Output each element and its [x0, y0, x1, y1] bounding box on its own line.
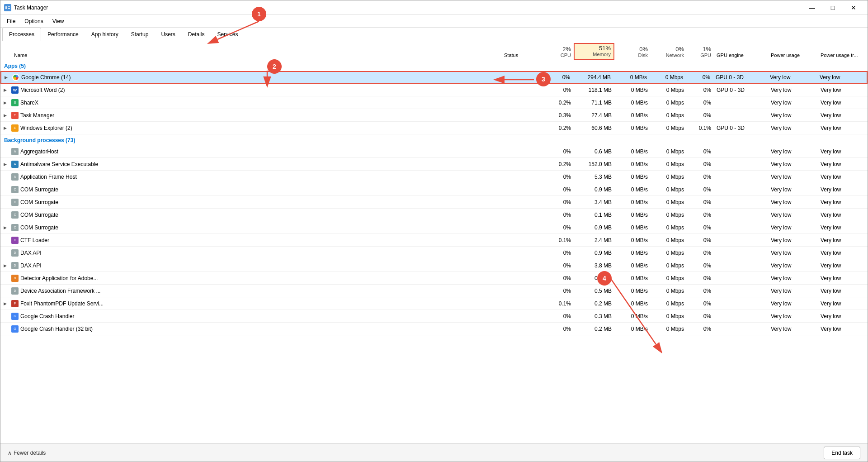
table-row[interactable]: A AggregatorHost 0% 0.6 MB 0 MB/s 0 Mbps…	[0, 145, 868, 158]
process-gpu: 0.1%	[687, 125, 714, 131]
process-gpu: 0%	[687, 326, 714, 332]
maximize-button[interactable]: □	[822, 0, 843, 15]
process-power: Very low	[768, 300, 818, 307]
table-row[interactable]: D Device Association Framework ... 0% 0.…	[0, 285, 868, 297]
process-power: Very low	[768, 100, 818, 106]
expand-icon[interactable]: ▶	[0, 96, 9, 109]
table-row[interactable]: A Application Frame Host 0% 5.3 MB 0 MB/…	[0, 171, 868, 183]
table-row[interactable]: C COM Surrogate 0% 0.1 MB 0 MB/s 0 Mbps …	[0, 209, 868, 221]
table-row[interactable]: ▶ W Microsoft Word (2) 0% 118.1 MB 0 MB/…	[0, 84, 868, 96]
process-name-cell: G Google Crash Handler	[9, 313, 501, 320]
table-row[interactable]: C CTF Loader 0.1% 2.4 MB 0 MB/s 0 Mbps 0…	[0, 234, 868, 247]
process-name: Google Crash Handler (32 bit)	[20, 326, 501, 332]
process-power-tr: Very low	[818, 313, 868, 319]
process-network: 0 Mbps	[651, 300, 687, 307]
generic-icon: A	[11, 148, 19, 155]
process-power-tr: Very low	[818, 288, 868, 294]
tab-details[interactable]: Details	[182, 28, 211, 41]
process-power: Very low	[768, 148, 818, 155]
process-power-tr: Very low	[818, 212, 868, 218]
process-power-tr: Very low	[818, 161, 868, 167]
expand-spacer	[0, 196, 9, 209]
table-row[interactable]: G Google Crash Handler (32 bit) 0% 0.2 M…	[0, 323, 868, 335]
col-header-power-tr[interactable]: Power usage tr...	[818, 52, 868, 60]
table-row[interactable]: ▶ E Windows Explorer (2) 0.2% 60.6 MB 0 …	[0, 122, 868, 134]
menu-file[interactable]: File	[2, 16, 20, 26]
expand-icon[interactable]: ▶	[0, 297, 9, 310]
table-row[interactable]: C COM Surrogate 0% 3.4 MB 0 MB/s 0 Mbps …	[0, 196, 868, 209]
table-row[interactable]: G Google Crash Handler 0% 0.3 MB 0 MB/s …	[0, 310, 868, 323]
close-button[interactable]: ✕	[843, 0, 864, 15]
process-name-cell: C COM Surrogate	[9, 199, 501, 206]
process-disk: 0 MB/s	[614, 174, 651, 180]
process-power-tr: Very low	[818, 199, 868, 205]
col-header-network[interactable]: 0% Network	[651, 45, 687, 60]
google-icon: G	[11, 313, 19, 320]
table-row[interactable]: D Detector Application for Adobe... 0% 0…	[0, 272, 868, 285]
menu-view[interactable]: View	[48, 16, 69, 26]
table-row[interactable]: ▶ F Foxit PhantomPDF Update Servi... 0.1…	[0, 297, 868, 310]
tab-startup[interactable]: Startup	[125, 28, 155, 41]
table-row[interactable]: ▶ S ShareX 0.2% 71.1 MB 0 MB/s 0 Mbps 0%…	[0, 96, 868, 109]
table-row[interactable]: ▶ T Task Manager 0.3% 27.4 MB 0 MB/s 0 M…	[0, 109, 868, 122]
col-header-cpu[interactable]: 2% CPU	[547, 45, 574, 60]
col-status-label: Status	[504, 52, 518, 58]
process-network: 0 Mbps	[651, 288, 687, 294]
table-row[interactable]: C COM Surrogate 0% 0.9 MB 0 MB/s 0 Mbps …	[0, 183, 868, 196]
expand-icon[interactable]: ▶	[0, 158, 9, 171]
col-header-gpu-engine[interactable]: GPU engine	[714, 52, 768, 60]
process-network: 0 Mbps	[651, 326, 687, 332]
process-network: 0 Mbps	[651, 262, 687, 269]
process-name-cell: D DAX API	[9, 249, 501, 257]
tab-users[interactable]: Users	[155, 28, 181, 41]
expand-icon[interactable]: ▶	[1, 71, 10, 84]
process-power: Very low	[768, 237, 818, 243]
process-disk: 0 MB/s	[614, 326, 651, 332]
table-row[interactable]: ▶ A Antimalware Service Executable 0.2% …	[0, 158, 868, 171]
tab-performance[interactable]: Performance	[41, 28, 85, 41]
col-header-memory[interactable]: 51% Memory	[574, 43, 614, 60]
expand-spacer	[0, 247, 9, 259]
process-power-tr: Very low	[818, 275, 868, 281]
process-power: Very low	[768, 288, 818, 294]
process-memory: 5.3 MB	[574, 174, 614, 180]
tab-services[interactable]: Services	[211, 28, 245, 41]
apps-section-header: Apps (5)	[0, 60, 868, 71]
expand-icon[interactable]: ▶	[0, 221, 9, 234]
expand-icon[interactable]: ▶	[0, 109, 9, 122]
tab-processes[interactable]: Processes	[2, 28, 41, 41]
col-header-power[interactable]: Power usage	[768, 52, 818, 60]
col-header-name[interactable]: Name	[11, 52, 501, 60]
expand-icon[interactable]: ▶	[0, 122, 9, 134]
process-power-tr: Very low	[818, 125, 868, 131]
col-gpu-label: GPU	[700, 52, 711, 58]
end-task-button[interactable]: End task	[824, 447, 860, 459]
process-name-cell: Google Chrome (14)	[10, 74, 500, 81]
expand-spacer	[0, 209, 9, 221]
col-header-status[interactable]: Status	[501, 52, 547, 60]
expand-icon[interactable]: ▶	[0, 259, 9, 272]
process-power: Very low	[768, 186, 818, 193]
expand-spacer	[0, 310, 9, 323]
minimize-button[interactable]: —	[802, 0, 822, 15]
table-row[interactable]: ▶ Google Chrome (14) 0% 294.4 MB 0 MB/s …	[0, 71, 868, 84]
expand-icon[interactable]: ▶	[0, 84, 9, 96]
col-disk-label: Disk	[638, 52, 648, 58]
process-memory: 0.2 MB	[574, 326, 614, 332]
col-header-gpu[interactable]: 1% GPU	[687, 45, 714, 60]
process-list[interactable]: Apps (5) ▶ Google Chrome (14) 0% 294.4 M…	[0, 60, 868, 443]
process-disk: 0 MB/s	[614, 125, 651, 131]
process-memory: 0.9 MB	[574, 186, 614, 193]
process-power-tr: Very low	[817, 74, 867, 81]
col-header-disk[interactable]: 0% Disk	[614, 45, 651, 60]
menu-options[interactable]: Options	[20, 16, 47, 26]
table-row[interactable]: ▶ D DAX API 0% 3.8 MB 0 MB/s 0 Mbps 0% V…	[0, 259, 868, 272]
table-row[interactable]: ▶ C COM Surrogate 0% 0.9 MB 0 MB/s 0 Mbp…	[0, 221, 868, 234]
process-network: 0 Mbps	[651, 125, 687, 131]
tab-app-history[interactable]: App history	[85, 28, 125, 41]
expand-spacer	[0, 183, 9, 196]
table-row[interactable]: D DAX API 0% 0.9 MB 0 MB/s 0 Mbps 0% Ver…	[0, 247, 868, 259]
fewer-details-button[interactable]: ∧ Fewer details	[8, 450, 46, 456]
tabs-bar: Processes Performance App history Startu…	[0, 28, 868, 41]
process-power: Very low	[768, 326, 818, 332]
